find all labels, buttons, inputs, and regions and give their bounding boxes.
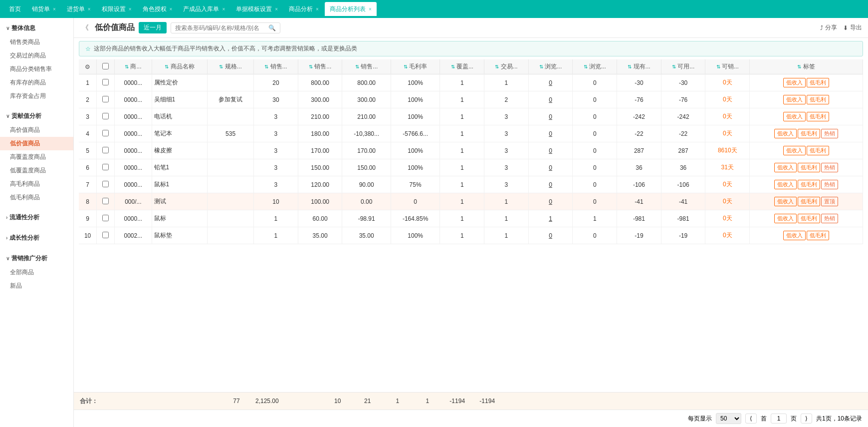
col-sellable[interactable]: ⇅ 可销...: [705, 59, 750, 74]
col-checkbox[interactable]: [97, 59, 115, 74]
cell-checkbox[interactable]: [97, 159, 115, 176]
nav-purchase-order[interactable]: 进货单 ×: [62, 2, 96, 16]
sidebar-item-category-sales-rate[interactable]: 商品分类销售率: [0, 62, 73, 76]
cell-browse1[interactable]: 0: [528, 176, 573, 193]
row-checkbox[interactable]: [102, 113, 109, 119]
row-checkbox[interactable]: [102, 232, 109, 238]
sidebar-item-new-products[interactable]: 新品: [0, 279, 73, 293]
cell-checkbox[interactable]: [97, 227, 115, 244]
first-page-button[interactable]: ⟨: [745, 414, 757, 424]
col-browse2[interactable]: ⇅ 浏览...: [573, 59, 617, 74]
close-icon[interactable]: ×: [170, 6, 173, 12]
browse-link[interactable]: 0: [549, 181, 552, 188]
nav-template-settings[interactable]: 单据模板设置 ×: [231, 2, 283, 16]
row-checkbox[interactable]: [102, 79, 109, 85]
col-name[interactable]: ⇅ 商品名称: [152, 59, 208, 74]
col-current-stock[interactable]: ⇅ 现有...: [617, 59, 661, 74]
cell-browse1[interactable]: 0: [528, 193, 573, 210]
nav-product-analysis[interactable]: 商品分析 ×: [284, 2, 324, 16]
cell-checkbox[interactable]: [97, 193, 115, 210]
sidebar-group-growth[interactable]: › 成长性分析: [0, 231, 73, 245]
sidebar-item-high-value[interactable]: 高价值商品: [0, 123, 73, 137]
sidebar-item-high-margin[interactable]: 高毛利商品: [0, 177, 73, 191]
col-tags[interactable]: ⇅ 标签: [750, 59, 863, 74]
nav-finished-goods[interactable]: 产成品入库单 ×: [178, 2, 230, 16]
col-sales-price[interactable]: ⇅ 销售...: [298, 59, 342, 74]
cell-browse1[interactable]: 0: [528, 108, 573, 125]
col-code[interactable]: ⇅ 商...: [115, 59, 152, 74]
nav-role-auth[interactable]: 角色授权 ×: [138, 2, 178, 16]
col-spec[interactable]: ⇅ 规格...: [208, 59, 254, 74]
sidebar-item-sales-products[interactable]: 销售类商品: [0, 35, 73, 49]
sidebar-item-all-products[interactable]: 全部商品: [0, 266, 73, 279]
cell-browse1[interactable]: 0: [528, 125, 573, 142]
collapse-button[interactable]: 《: [80, 22, 91, 33]
share-button[interactable]: ⤴ 分享: [820, 23, 837, 32]
sidebar-item-traded-products[interactable]: 交易过的商品: [0, 49, 73, 62]
cell-checkbox[interactable]: [97, 91, 115, 108]
sidebar-group-flow[interactable]: › 流通性分析: [0, 210, 73, 225]
close-icon[interactable]: ×: [88, 6, 91, 12]
cell-checkbox[interactable]: [97, 210, 115, 227]
sidebar-item-inventory-fund[interactable]: 库存资金占用: [0, 89, 73, 103]
col-transaction[interactable]: ⇅ 交易...: [484, 59, 529, 74]
time-filter-button[interactable]: 近一月: [139, 22, 167, 33]
close-icon[interactable]: ×: [53, 6, 56, 12]
cell-browse1[interactable]: 0: [528, 91, 573, 108]
sidebar-group-marketing[interactable]: ∨ 营销推广分析: [0, 251, 73, 266]
col-available[interactable]: ⇅ 可用...: [661, 59, 705, 74]
search-icon[interactable]: 🔍: [268, 24, 276, 31]
browse-link[interactable]: 0: [549, 79, 552, 86]
close-icon[interactable]: ×: [369, 6, 372, 12]
cell-checkbox[interactable]: [97, 176, 115, 193]
sidebar-item-stocked-products[interactable]: 有库存的商品: [0, 76, 73, 89]
sidebar-item-low-coverage[interactable]: 低覆盖度商品: [0, 164, 73, 177]
browse-link[interactable]: 0: [549, 147, 552, 154]
export-button[interactable]: ⬇ 导出: [843, 23, 862, 32]
col-coverage[interactable]: ⇅ 覆盖...: [440, 59, 484, 74]
search-input[interactable]: [175, 24, 266, 31]
cell-checkbox[interactable]: [97, 108, 115, 125]
page-number-input[interactable]: [771, 414, 787, 424]
select-all-checkbox[interactable]: [102, 63, 109, 69]
close-icon[interactable]: ×: [275, 6, 278, 12]
nav-permission-settings[interactable]: 权限设置 ×: [97, 2, 137, 16]
browse-link[interactable]: 0: [549, 96, 552, 103]
col-sales-amount[interactable]: ⇅ 销售...: [342, 59, 391, 74]
browse-link[interactable]: 0: [549, 232, 552, 239]
per-page-select[interactable]: 50 100 200: [716, 413, 741, 424]
row-checkbox[interactable]: [102, 181, 109, 187]
table-container[interactable]: ⚙ ⇅ 商... ⇅ 商品名称 ⇅ 规格... ⇅ 销售... ⇅ 销售... …: [74, 59, 868, 392]
browse-link[interactable]: 0: [549, 130, 552, 137]
cell-browse1[interactable]: 1: [528, 210, 573, 227]
sidebar-item-low-margin[interactable]: 低毛利商品: [0, 191, 73, 204]
browse-link[interactable]: 0: [549, 164, 552, 171]
row-checkbox[interactable]: [102, 198, 109, 204]
row-checkbox[interactable]: [102, 147, 109, 153]
browse-link[interactable]: 0: [549, 113, 552, 120]
col-settings[interactable]: ⚙: [79, 59, 97, 74]
row-checkbox[interactable]: [102, 96, 109, 102]
row-checkbox[interactable]: [102, 164, 109, 170]
nav-product-analysis-list[interactable]: 商品分析列表 ×: [325, 2, 377, 16]
cell-checkbox[interactable]: [97, 142, 115, 159]
sidebar-item-high-coverage[interactable]: 高覆盖度商品: [0, 150, 73, 164]
close-icon[interactable]: ×: [129, 6, 132, 12]
col-gross-margin[interactable]: ⇅ 毛利率: [391, 59, 440, 74]
cell-browse1[interactable]: 0: [528, 227, 573, 244]
browse-link[interactable]: 1: [549, 215, 552, 222]
close-icon[interactable]: ×: [316, 6, 319, 12]
nav-home[interactable]: 首页: [4, 2, 26, 16]
browse-link[interactable]: 0: [549, 198, 552, 205]
row-checkbox[interactable]: [102, 130, 109, 136]
next-page-button[interactable]: ⟩: [801, 414, 812, 424]
row-checkbox[interactable]: [102, 215, 109, 221]
nav-sales-order[interactable]: 销货单 ×: [27, 2, 61, 16]
sidebar-item-low-value[interactable]: 低价值商品: [0, 137, 73, 150]
col-sales-qty[interactable]: ⇅ 销售...: [254, 59, 298, 74]
cell-checkbox[interactable]: [97, 125, 115, 142]
cell-browse1[interactable]: 0: [528, 159, 573, 176]
sidebar-group-contribution[interactable]: ∨ 贡献值分析: [0, 109, 73, 123]
col-browse1[interactable]: ⇅ 浏览...: [528, 59, 573, 74]
cell-browse1[interactable]: 0: [528, 74, 573, 91]
